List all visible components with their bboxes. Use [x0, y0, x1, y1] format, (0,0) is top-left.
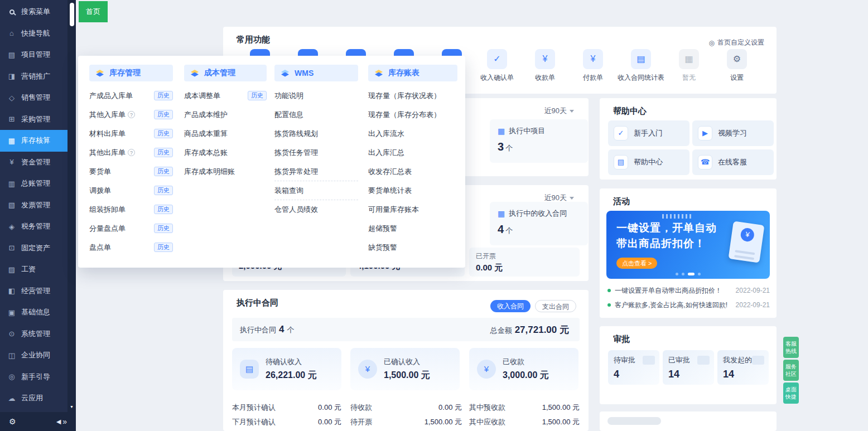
sidebar-item-basicinfo[interactable]: ▣ 基础信息 — [0, 302, 67, 323]
sidebar-item-project[interactable]: ▤ 项目管理 — [0, 44, 67, 66]
initiated-by-me-card[interactable]: 我发起的 14 — [717, 350, 769, 385]
app-income-confirm[interactable]: ✓ 收入确认单 — [472, 49, 522, 83]
menu-group-inventory[interactable]: 库存管理 — [89, 65, 173, 81]
menu-item[interactable]: 现存量（库存分布表） — [368, 105, 457, 124]
history-badge[interactable]: 历史 — [154, 186, 173, 195]
app-receipt[interactable]: ¥ 收款单 — [520, 49, 570, 83]
menu-item[interactable]: 产成品入库单历史 — [89, 86, 173, 105]
help-icon[interactable]: ? — [128, 149, 135, 156]
menu-item[interactable]: 收发存汇总表 — [368, 162, 457, 181]
history-badge[interactable]: 历史 — [154, 148, 173, 157]
app-settings[interactable]: ⚙ 设置 — [712, 49, 762, 83]
menu-item[interactable]: 分量盘点单历史 — [89, 219, 173, 238]
approved-card[interactable]: 已审批 14 — [663, 350, 714, 385]
menu-item[interactable]: 装箱查询 — [274, 181, 358, 200]
sidebar-item-guide[interactable]: ◎ 新手引导 — [0, 366, 67, 388]
sidebar-item-operation[interactable]: ◧ 经营管理 — [0, 280, 67, 302]
scrollbar-thumb[interactable] — [70, 3, 74, 26]
carousel-dot[interactable] — [698, 273, 701, 275]
history-badge[interactable]: 历史 — [248, 91, 267, 100]
menu-item[interactable]: 拣货路线规划 — [274, 124, 358, 143]
carousel-dot[interactable] — [676, 273, 678, 275]
menu-item[interactable]: 其他入库单?历史 — [89, 105, 173, 124]
pending-approval-card[interactable]: 待审批 4 — [608, 350, 659, 385]
menu-item[interactable]: 其他出库单?历史 — [89, 143, 173, 162]
menu-item[interactable]: 成本调整单历史 — [184, 86, 267, 105]
sidebar-item-invoice[interactable]: ▧ 发票管理 — [0, 195, 67, 216]
news-item[interactable]: 客户账款多,资金占比高,如何快速回款! 2022-09-21 — [607, 300, 770, 310]
help-item-getting-started[interactable]: ✓ 新手入门 — [608, 120, 689, 146]
banner-cta-button[interactable]: 点击查看 > — [616, 258, 657, 269]
received-payment-card[interactable]: ¥ 已收款3,000.00 元 — [469, 348, 578, 390]
menu-item[interactable]: 产品成本维护 — [184, 105, 267, 124]
menu-item[interactable]: 要货单统计表 — [368, 181, 457, 200]
menu-item[interactable]: 超储预警 — [368, 219, 457, 238]
sidebar-item-purchase[interactable]: ⊞ 采购管理 — [0, 109, 67, 130]
promo-banner[interactable]: 一键设置，开单自动 带出商品折扣价！ 点击查看 > — [606, 211, 770, 279]
history-badge[interactable]: 历史 — [154, 243, 173, 252]
menu-group-wms[interactable]: WMS — [274, 65, 358, 81]
tab-expense-contract[interactable]: 支出合同 — [535, 300, 576, 312]
menu-item[interactable]: 现存量（库存状况表） — [368, 86, 457, 105]
sidebar-item-system[interactable]: ⊙ 系统管理 — [0, 323, 67, 345]
app-payment[interactable]: ¥ 付款单 — [568, 49, 618, 83]
running-income-contracts-stat[interactable]: ▦ 执行中的收入合同 4个 — [490, 202, 588, 245]
news-item[interactable]: 一键设置开单自动带出商品折扣价！ 2022-09-21 — [607, 285, 770, 296]
menu-item[interactable]: 可用量库存账本 — [368, 200, 457, 219]
history-badge[interactable]: 历史 — [154, 167, 173, 176]
menu-item[interactable]: 出入库流水 — [368, 124, 457, 143]
menu-group-reports[interactable]: 库存账表 — [368, 65, 457, 81]
sidebar-item-search[interactable]: 搜索菜单 — [0, 1, 67, 23]
app-contract-report[interactable]: ▤ 收入合同统计表 — [616, 49, 666, 83]
sidebar-item-quicknav[interactable]: ⌂ 快捷导航 — [0, 23, 67, 45]
help-icon[interactable]: ? — [128, 111, 135, 118]
sidebar-item-tax[interactable]: ◈ 税务管理 — [0, 216, 67, 238]
help-item-online-service[interactable]: ☎ 在线客服 — [692, 149, 774, 175]
tab-home[interactable]: 首页 — [79, 1, 108, 22]
sidebar-item-sales[interactable]: ◇ 销售管理 — [0, 87, 67, 109]
menu-item[interactable]: 拣货任务管理 — [274, 143, 358, 162]
carousel-dot[interactable] — [682, 273, 684, 275]
menu-item[interactable]: 组装拆卸单历史 — [89, 200, 173, 219]
sidebar-item-funds[interactable]: ¥ 资金管理 — [0, 152, 67, 173]
menu-item[interactable]: 盘点单历史 — [89, 238, 173, 257]
sidebar-scrollbar[interactable]: ▼ — [67, 0, 76, 431]
sidebar-item-collab[interactable]: ◫ 企业协同 — [0, 345, 67, 366]
menu-item[interactable]: 功能说明 — [274, 86, 358, 105]
pending-income-card[interactable]: ▤ 待确认收入26,221.00 元 — [232, 348, 341, 390]
sidebar-item-cloud[interactable]: ☁ 云应用 — [0, 388, 67, 409]
service-hotline-button[interactable]: 客服热线 — [783, 337, 799, 358]
menu-item[interactable]: 材料出库单历史 — [89, 124, 173, 143]
history-badge[interactable]: 历史 — [154, 110, 173, 119]
menu-group-cost[interactable]: 成本管理 — [184, 65, 267, 81]
sidebar-item-payroll[interactable]: ▨ 工资 — [0, 259, 67, 280]
gear-icon[interactable]: ⚙ — [9, 417, 16, 426]
menu-item[interactable]: 缺货预警 — [368, 238, 457, 257]
menu-item[interactable]: 要货单历史 — [89, 162, 173, 181]
menu-item[interactable]: 仓管人员绩效 — [274, 200, 358, 219]
menu-item[interactable]: 配置信息 — [274, 105, 358, 124]
menu-item[interactable]: 出入库汇总 — [368, 143, 457, 162]
sidebar-item-inventory[interactable]: ▦ 库存核算 — [0, 130, 67, 152]
history-badge[interactable]: 历史 — [154, 129, 173, 138]
history-badge[interactable]: 历史 — [154, 91, 173, 100]
sidebar-item-ledger[interactable]: ▥ 总账管理 — [0, 173, 67, 195]
scrollbar-down-icon[interactable]: ▼ — [70, 405, 74, 409]
carousel-dot-active[interactable] — [688, 273, 695, 275]
help-item-video-learning[interactable]: ▶ 视频学习 — [692, 120, 774, 146]
history-badge[interactable]: 历史 — [154, 205, 173, 214]
speaker-icon[interactable]: ◄» — [55, 417, 67, 426]
menu-item[interactable]: 拣货异常处理 — [274, 162, 358, 181]
tab-income-contract[interactable]: 收入合同 — [490, 300, 531, 312]
sidebar-item-assets[interactable]: ⊡ 固定资产 — [0, 238, 67, 259]
homepage-customize-button[interactable]: ◎ 首页自定义设置 — [709, 38, 764, 47]
menu-item[interactable]: 库存成本明细账 — [184, 162, 267, 181]
confirmed-income-card[interactable]: ¥ 已确认收入1,500.00 元 — [350, 348, 460, 390]
desktop-shortcut-button[interactable]: 桌面快捷 — [783, 382, 799, 404]
running-projects-stat[interactable]: ▦ 执行中项目 3个 — [490, 119, 588, 163]
menu-item[interactable]: 库存成本总账 — [184, 143, 267, 162]
service-community-button[interactable]: 服务社区 — [783, 360, 799, 381]
menu-item[interactable]: 调拨单历史 — [89, 181, 173, 200]
sidebar-item-marketing[interactable]: ◨ 营销推广 — [0, 66, 67, 88]
help-item-help-center[interactable]: ▤ 帮助中心 — [608, 149, 689, 175]
